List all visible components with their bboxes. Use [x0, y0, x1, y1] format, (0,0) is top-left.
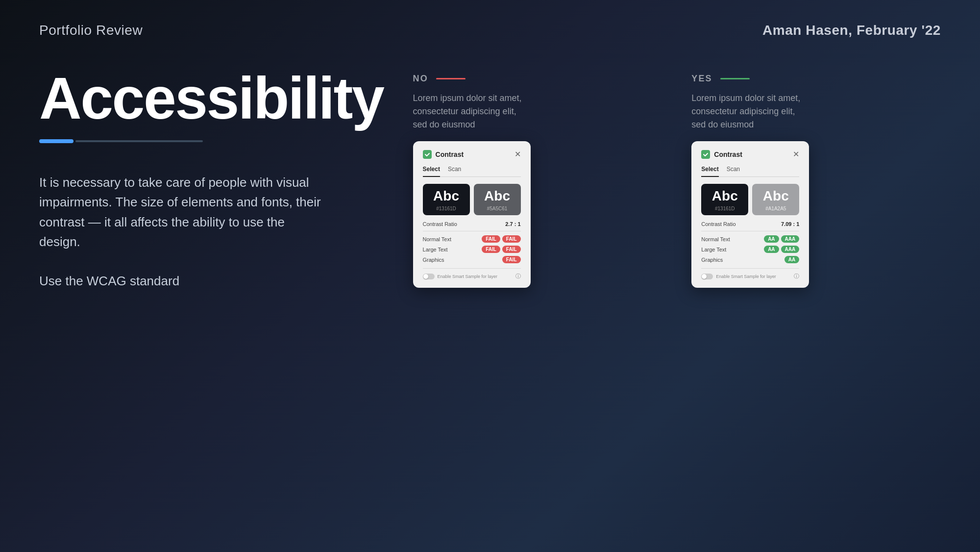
- right-section: NO Lorem ipsum dolor sit amet, consectet…: [413, 69, 941, 291]
- yes-example-column: YES Lorem ipsum dolor sit amet, consecte…: [691, 74, 941, 291]
- no-card-title: Contrast: [436, 151, 464, 158]
- main-heading: Accessibility: [39, 69, 384, 127]
- yes-contrast-card: Contrast ✕ Select Scan Abc #13161D Abc #: [691, 141, 809, 288]
- no-swatch-1: Abc #13161D: [423, 184, 470, 215]
- yes-swatch-2: Abc #A1A2A5: [752, 184, 799, 215]
- no-card-close[interactable]: ✕: [514, 151, 521, 158]
- no-tab-scan[interactable]: Scan: [448, 166, 461, 173]
- yes-check-icon: [701, 150, 710, 159]
- no-card-header-left: Contrast: [423, 150, 464, 159]
- yes-result-row-1: Normal Text AA AAA: [701, 235, 799, 243]
- yes-toggle-switch[interactable]: [701, 274, 713, 279]
- no-swatch-2: Abc #5A5C61: [474, 184, 521, 215]
- yes-label: YES: [691, 74, 712, 84]
- no-tab-select[interactable]: Select: [423, 166, 440, 177]
- progress-bar-inactive: [75, 140, 203, 142]
- yes-smart-sample-left: Enable Smart Sample for layer: [701, 274, 776, 279]
- yes-result-row-3: Graphics AA: [701, 256, 799, 263]
- check-icon: [423, 150, 432, 159]
- yes-result-badges-2: AA AAA: [764, 246, 799, 253]
- no-smart-sample-row: Enable Smart Sample for layer ⓘ: [423, 268, 521, 280]
- no-badge-fail-2b: FAIL: [502, 246, 521, 253]
- no-contrast-card: Contrast ✕ Select Scan Abc #13161D Abc #: [413, 141, 531, 288]
- no-result-badges-1: FAIL FAIL: [482, 235, 520, 243]
- yes-tab-select[interactable]: Select: [701, 166, 718, 177]
- no-toggle-knob: [423, 274, 428, 279]
- progress-bar-container: [39, 139, 384, 143]
- author-date: Aman Hasen, February '22: [762, 23, 941, 38]
- no-contrast-ratio-row: Contrast Ratio 2.7 : 1: [423, 221, 521, 231]
- no-badge-fail-2a: FAIL: [482, 246, 500, 253]
- no-label-row: NO: [413, 74, 662, 84]
- no-result-row-1: Normal Text FAIL FAIL: [423, 235, 521, 243]
- no-label: NO: [413, 74, 428, 84]
- yes-tab-scan[interactable]: Scan: [727, 166, 740, 173]
- no-badge-fail-1a: FAIL: [482, 235, 500, 243]
- yes-result-row-2: Large Text AA AAA: [701, 246, 799, 253]
- no-badge-fail-1b: FAIL: [502, 235, 521, 243]
- yes-info-icon[interactable]: ⓘ: [794, 273, 799, 280]
- yes-result-badges-1: AA AAA: [764, 235, 799, 243]
- body-text: It is necessary to take care of people w…: [39, 173, 323, 251]
- yes-label-row: YES: [691, 74, 941, 84]
- progress-bar-active: [39, 139, 74, 143]
- yes-contrast-ratio-row: Contrast Ratio 7.09 : 1: [701, 221, 799, 231]
- yes-result-badges-3: AA: [784, 256, 799, 263]
- yes-swatch-1: Abc #13161D: [701, 184, 748, 215]
- no-info-icon[interactable]: ⓘ: [515, 273, 521, 280]
- wcag-text: Use the WCAG standard: [39, 271, 384, 291]
- yes-badge-aa-1a: AA: [764, 235, 779, 243]
- yes-description: Lorem ipsum dolor sit amet, consectetur …: [691, 92, 941, 131]
- no-toggle-switch[interactable]: [423, 274, 435, 279]
- yes-card-close[interactable]: ✕: [793, 151, 799, 158]
- no-description: Lorem ipsum dolor sit amet, consectetur …: [413, 92, 662, 131]
- no-color-swatches: Abc #13161D Abc #5A5C61: [423, 184, 521, 215]
- yes-toggle-knob: [702, 274, 707, 279]
- yes-badge-aaa-1b: AAA: [781, 235, 800, 243]
- no-badge-fail-3: FAIL: [502, 256, 521, 263]
- no-result-badges-2: FAIL FAIL: [482, 246, 520, 253]
- yes-badge-aa-3: AA: [784, 256, 799, 263]
- yes-label-line: [720, 78, 750, 79]
- yes-badge-aaa-2b: AAA: [781, 246, 800, 253]
- yes-card-header: Contrast ✕: [701, 150, 799, 159]
- yes-badge-aa-2a: AA: [764, 246, 779, 253]
- no-card-header: Contrast ✕: [423, 150, 521, 159]
- yes-color-swatches: Abc #13161D Abc #A1A2A5: [701, 184, 799, 215]
- yes-smart-sample-row: Enable Smart Sample for layer ⓘ: [701, 268, 799, 280]
- no-result-row-3: Graphics FAIL: [423, 256, 521, 263]
- yes-card-title: Contrast: [714, 151, 742, 158]
- left-section: Accessibility It is necessary to take ca…: [39, 69, 384, 291]
- no-result-badges-3: FAIL: [502, 256, 521, 263]
- no-card-tabs: Select Scan: [423, 166, 521, 177]
- no-label-line: [436, 78, 466, 79]
- no-example-column: NO Lorem ipsum dolor sit amet, consectet…: [413, 74, 662, 291]
- yes-card-tabs: Select Scan: [701, 166, 799, 177]
- header: Portfolio Review Aman Hasen, February '2…: [39, 23, 941, 38]
- no-result-row-2: Large Text FAIL FAIL: [423, 246, 521, 253]
- main-content: Accessibility It is necessary to take ca…: [39, 69, 941, 291]
- portfolio-title: Portfolio Review: [39, 23, 143, 38]
- yes-card-header-left: Contrast: [701, 150, 742, 159]
- no-smart-sample-left: Enable Smart Sample for layer: [423, 274, 498, 279]
